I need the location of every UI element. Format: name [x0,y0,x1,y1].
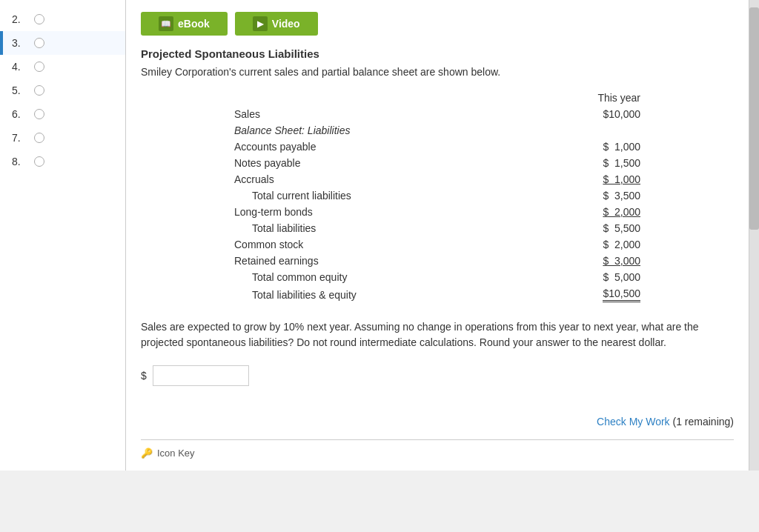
sidebar-item-6[interactable]: 6. [0,102,125,126]
sidebar-item-4-radio[interactable] [34,61,44,72]
video-button[interactable]: ▶ Video [235,12,318,36]
sidebar-item-5[interactable]: 5. [0,79,125,102]
sidebar-item-8-radio[interactable] [34,156,44,167]
answer-input[interactable] [153,365,249,386]
sidebar-item-7[interactable]: 7. [0,126,125,150]
dollar-sign: $ [141,370,147,382]
row-value-total-liabilities: $ 5,500 [537,220,645,236]
row-label-total-liabilities: Total liabilities [230,220,537,236]
table-row: Retained earnings $ 3,000 [230,253,645,269]
table-row: Total current liabilities $ 3,500 [230,187,645,204]
row-value-sales: $10,000 [537,106,645,122]
row-label-common-stock: Common stock [230,236,537,253]
row-label-accounts-payable: Accounts payable [230,139,537,155]
toolbar: 📖 eBook ▶ Video [141,12,734,36]
row-value-total-current: $ 3,500 [537,187,645,204]
row-value-accounts-payable: $ 1,000 [537,139,645,155]
sidebar-item-2-radio[interactable] [34,14,44,24]
table-row: Total common equity $ 5,000 [230,269,645,285]
scrollbar-thumb[interactable] [749,7,759,230]
scrollbar-track[interactable] [749,0,759,471]
icon-key-label: Icon Key [157,448,195,459]
sidebar-item-7-label: 7. [12,132,27,144]
main-content: 📖 eBook ▶ Video Projected Spontaneous Li… [126,0,749,471]
description: Sales are expected to grow by 10% next y… [141,319,734,350]
sidebar-item-3-label: 3. [12,37,27,49]
sidebar-item-5-radio[interactable] [34,85,44,96]
icon-key-row: 🔑 Icon Key [141,439,734,459]
sidebar-item-3-radio[interactable] [34,38,44,48]
row-value-accruals: $ 1,000 [537,171,645,187]
row-label-sales: Sales [230,106,537,122]
sidebar-item-5-label: 5. [12,84,27,96]
sidebar-item-2-label: 2. [12,13,27,25]
row-label-total-equity: Total common equity [230,269,537,285]
sidebar-item-8[interactable]: 8. [0,150,125,173]
ebook-label: eBook [178,18,210,30]
table-row: Accounts payable $ 1,000 [230,139,645,155]
content-title: Projected Spontaneous Liabilities [141,47,734,60]
sidebar-item-3[interactable]: 3. [0,31,125,55]
row-value-total-equity: $ 5,000 [537,269,645,285]
row-label-total-current: Total current liabilities [230,187,537,204]
sidebar-item-6-radio[interactable] [34,109,44,119]
sidebar-item-6-label: 6. [12,108,27,120]
row-label-retained-earnings: Retained earnings [230,253,537,269]
sidebar-item-8-label: 8. [12,156,27,167]
ebook-icon: 📖 [159,16,173,31]
check-work-row: Check My Work (1 remaining) [141,416,734,428]
table-row: Common stock $ 2,000 [230,236,645,253]
row-value-common-stock: $ 2,000 [537,236,645,253]
answer-area: $ [141,365,734,386]
video-label: Video [272,18,300,30]
key-icon: 🔑 [141,448,153,459]
table-row: Total liabilities $ 5,500 [230,220,645,236]
sidebar-item-7-radio[interactable] [34,133,44,143]
row-value-longterm-bonds: $ 2,000 [537,204,645,220]
row-value-bs-liabilities [537,122,645,139]
content-intro: Smiley Corporation's current sales and p… [141,66,734,78]
table-row: Sales $10,000 [230,106,645,122]
row-label-notes-payable: Notes payable [230,155,537,171]
table-row: Long-term bonds $ 2,000 [230,204,645,220]
table-header: This year [537,90,645,106]
sidebar: 2. 3. 4. 5. 6. 7. 8. [0,0,126,471]
video-icon: ▶ [253,16,268,31]
table-row: Balance Sheet: Liabilities [230,122,645,139]
check-my-work-link[interactable]: Check My Work [597,416,670,428]
ebook-button[interactable]: 📖 eBook [141,12,228,36]
table-row: Accruals $ 1,000 [230,171,645,187]
row-value-retained-earnings: $ 3,000 [537,253,645,269]
row-label-bs-liabilities: Balance Sheet: Liabilities [230,122,537,139]
sidebar-item-4-label: 4. [12,61,27,73]
row-label-accruals: Accruals [230,171,537,187]
table-row: Notes payable $ 1,500 [230,155,645,171]
sidebar-item-4[interactable]: 4. [0,55,125,79]
row-value-total-liabilities-equity: $10,500 [537,285,645,305]
row-value-notes-payable: $ 1,500 [537,155,645,171]
financial-table: This year Sales $10,000 Balance Sheet: L… [230,90,645,305]
sidebar-item-2[interactable]: 2. [0,7,125,31]
row-label-longterm-bonds: Long-term bonds [230,204,537,220]
row-label-total-liabilities-equity: Total liabilities & equity [230,285,537,305]
remaining-text: (1 remaining) [673,416,734,428]
table-row: Total liabilities & equity $10,500 [230,285,645,305]
